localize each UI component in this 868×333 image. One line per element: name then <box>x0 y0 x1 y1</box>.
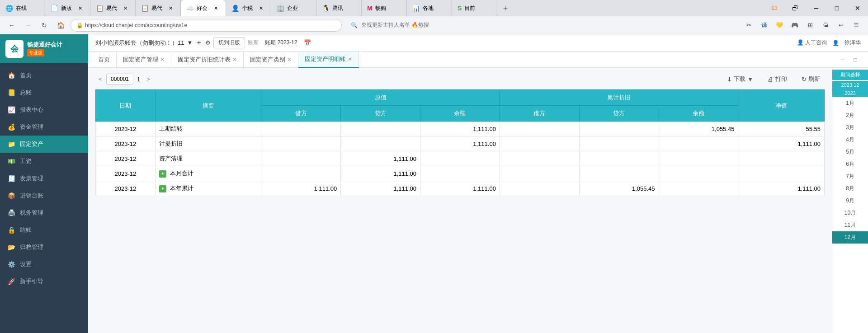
table-row: 2023-12 + 本年累计 1,111.00 1,111.00 1,111.0… <box>96 181 825 196</box>
period-month-8[interactable]: 8月 <box>832 183 868 195</box>
tab-fixed-assets-mgmt[interactable]: 固定资产管理 ✕ <box>117 52 171 68</box>
calendar-icon[interactable]: 📅 <box>304 39 311 46</box>
new-tab-button[interactable]: ＋ <box>497 0 514 16</box>
window-maximize[interactable]: □ <box>826 0 847 16</box>
cell-dep-credit-2 <box>579 136 659 151</box>
close-tab-fixed-assets-mgmt[interactable]: ✕ <box>160 56 165 63</box>
add-account-btn[interactable]: ＋ <box>195 38 203 47</box>
prev-page-btn[interactable]: ＜ <box>95 75 104 84</box>
period-year-selected[interactable]: 2023.12 <box>832 81 868 89</box>
home-button[interactable]: 🏠 <box>54 19 67 32</box>
translate-icon[interactable]: 译 <box>758 19 770 32</box>
period-month-5[interactable]: 5月 <box>832 146 868 158</box>
browser-tab-tencent[interactable]: 🐧 腾讯 <box>316 0 362 16</box>
wallet-icon[interactable]: 💛 <box>773 19 786 32</box>
cell-orig-balance-5: 1,111.00 <box>420 181 500 196</box>
monthly-total-icon: + <box>159 170 166 178</box>
window-minimize[interactable]: ─ <box>806 0 826 16</box>
user-avatar[interactable]: 👤 <box>832 40 839 46</box>
window-close[interactable]: ✕ <box>847 0 868 16</box>
sidebar-item-home[interactable]: 🏠 首页 <box>0 67 88 84</box>
close-tab-depreciation-stats[interactable]: ✕ <box>232 56 237 63</box>
tab-home[interactable]: 首页 <box>92 52 117 68</box>
browser-tab-geshui[interactable]: 👤 个税 ✕ <box>226 0 271 16</box>
settings-btn[interactable]: ⚙ <box>205 39 211 46</box>
sidebar-item-payroll[interactable]: 💵 工资 <box>0 153 88 170</box>
dropdown-icon[interactable]: ▼ <box>187 39 193 46</box>
close-tab-haokuai[interactable]: ✕ <box>212 5 219 12</box>
url-input[interactable]: 🔒 https://cloud.chanjet.com/accounting/u… <box>71 19 342 32</box>
period-selector: 期间选择 2023.12 2023 1月 2月 3月 4月 5月 6月 7月 8… <box>832 68 868 333</box>
browser-tab-chang[interactable]: M 畅购 <box>362 0 407 16</box>
page-input[interactable] <box>106 74 133 84</box>
period-month-3[interactable]: 3月 <box>832 122 868 134</box>
window-restore[interactable]: 🗗 <box>785 0 806 16</box>
close-tab-geshui[interactable]: ✕ <box>257 5 264 12</box>
period-month-2[interactable]: 2月 <box>832 109 868 122</box>
browser-tab-yidai2[interactable]: 📋 易代 ✕ <box>136 0 181 16</box>
browser-tab-gedi[interactable]: 📊 各地 <box>407 0 452 16</box>
sidebar-item-invoice[interactable]: 🧾 发票管理 <box>0 170 88 187</box>
period-month-4[interactable]: 4月 <box>832 134 868 146</box>
period-month-11[interactable]: 11月 <box>832 219 868 231</box>
period-month-12[interactable]: 12月 <box>832 231 868 244</box>
menu-icon[interactable]: ☰ <box>850 19 863 32</box>
next-page-btn[interactable]: ＞ <box>144 75 153 84</box>
period-month-10[interactable]: 10月 <box>832 207 868 219</box>
period-month-7[interactable]: 7月 <box>832 170 868 183</box>
browser-tab-muqian[interactable]: S 目前 <box>452 0 497 16</box>
browser-tab-new[interactable]: 📄 新版 ✕ <box>45 0 90 16</box>
window-badge[interactable]: 11 <box>764 0 785 16</box>
th-dep-credit: 贷方 <box>579 106 659 122</box>
reload-button[interactable]: ↻ <box>38 19 51 32</box>
tab-asset-category[interactable]: 固定资产类别 ✕ <box>244 52 298 68</box>
top-bar: 刘小艳演示账套（勿删勿动！）11 ▼ ＋ ⚙ 切到旧版 账期 账期 2023-1… <box>88 34 868 52</box>
close-tab-yidai1[interactable]: ✕ <box>122 5 129 12</box>
sidebar-item-archive[interactable]: 📂 归档管理 <box>0 239 88 256</box>
period-month-6[interactable]: 6月 <box>832 158 868 170</box>
refresh-btn[interactable]: ↻ 刷新 <box>797 73 825 85</box>
cell-dep-credit-4 <box>579 166 659 181</box>
customer-service-btn[interactable]: 👤 人工咨询 <box>797 39 827 47</box>
sidebar-item-tax[interactable]: 🖨️ 税务管理 <box>0 204 88 221</box>
undo-icon[interactable]: ↩ <box>835 19 847 32</box>
tab-asset-detail[interactable]: 固定资产明细账 ✕ <box>298 52 359 68</box>
print-btn[interactable]: 🖨 打印 <box>763 73 792 85</box>
period-month-9[interactable]: 9月 <box>832 195 868 207</box>
sidebar-item-fixed-assets[interactable]: 📁 固定资产 <box>0 136 88 153</box>
cell-dep-balance-3 <box>659 151 738 166</box>
sidebar-item-closing[interactable]: 🔒 结账 <box>0 221 88 239</box>
period-month-1[interactable]: 1月 <box>832 97 868 109</box>
browser-tab-haokuai[interactable]: ☁️ 好会 ✕ <box>181 0 226 16</box>
close-tab-asset-detail[interactable]: ✕ <box>348 56 352 62</box>
cell-dep-debit-3 <box>500 151 579 166</box>
forward-button[interactable]: → <box>22 19 34 32</box>
sidebar-item-funds[interactable]: 💰 资金管理 <box>0 118 88 136</box>
games-icon[interactable]: 🎮 <box>788 19 801 32</box>
table-row: 2023-12 + 本月合计 1,111.00 <box>96 166 825 181</box>
browser-tab-qiye[interactable]: 🏢 企业 <box>271 0 316 16</box>
cell-dep-debit-4 <box>500 166 579 181</box>
sidebar-item-reports[interactable]: 📈 报表中心 <box>0 101 88 118</box>
sidebar-item-ledger[interactable]: 📒 总账 <box>0 84 88 101</box>
browser-tab-online[interactable]: 🌐 在线 <box>0 0 45 16</box>
switch-version-btn[interactable]: 切到旧版 <box>213 37 245 48</box>
download-btn[interactable]: ⬇ 下载 ▼ <box>722 73 758 85</box>
close-tab-yidai2[interactable]: ✕ <box>167 5 174 12</box>
close-tab-asset-category[interactable]: ✕ <box>287 56 292 63</box>
sidebar-item-stock[interactable]: 📦 进销台账 <box>0 187 88 204</box>
extensions-icon[interactable]: ✂ <box>742 19 755 32</box>
cell-summary-5: + 本年累计 <box>155 181 261 196</box>
close-tab-new[interactable]: ✕ <box>76 5 84 12</box>
back-button[interactable]: ← <box>5 19 18 32</box>
tab-depreciation-stats[interactable]: 固定资产折旧统计表 ✕ <box>171 52 244 68</box>
minimize-panel-btn[interactable]: ─ <box>837 54 848 65</box>
sidebar: 会 畅捷通好会计 专业版 🏠 首页 📒 总账 📈 报表中心 💰 资金管理 <box>0 34 88 333</box>
maximize-panel-btn[interactable]: □ <box>850 54 861 65</box>
sidebar-item-settings[interactable]: ⚙️ 设置 <box>0 256 88 273</box>
sidebar-item-guide[interactable]: 🚀 新手引导 <box>0 273 88 290</box>
cell-dep-credit-5: 1,055.45 <box>579 181 659 196</box>
settings-icon[interactable]: 🌤 <box>819 19 832 32</box>
browser-tab-yidai1[interactable]: 📋 易代 ✕ <box>90 0 136 16</box>
grid-icon[interactable]: ⊞ <box>804 19 816 32</box>
